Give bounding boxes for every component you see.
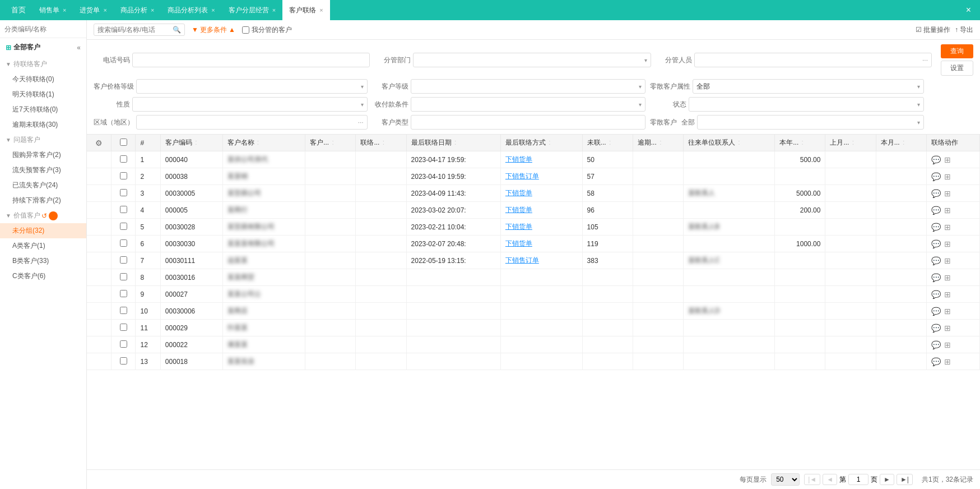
more-conditions-btn[interactable]: ▼ 更多条件 ▲ bbox=[192, 25, 235, 35]
refresh-icon[interactable]: ↺ bbox=[41, 212, 47, 220]
next-page-btn[interactable]: ► bbox=[880, 474, 894, 485]
nav-home[interactable]: 首页 bbox=[4, 5, 32, 15]
nav-tab-customer-segment[interactable]: 客户分层经营 × bbox=[222, 0, 282, 20]
query-btn[interactable]: 查询 bbox=[941, 44, 973, 58]
chat-icon[interactable]: 💬 bbox=[931, 290, 941, 299]
phone-input[interactable] bbox=[132, 53, 370, 67]
retail-customer-dropdown[interactable]: ▾ bbox=[697, 115, 924, 130]
row-checkbox[interactable] bbox=[111, 252, 136, 269]
grid-action-icon[interactable]: ⊞ bbox=[944, 223, 951, 232]
gear-icon[interactable]: ⚙ bbox=[95, 139, 103, 147]
price-level-dropdown[interactable]: ▾ bbox=[136, 79, 368, 94]
nav-tab-goods-analysis[interactable]: 商品分析 × bbox=[114, 0, 161, 20]
row-last-way[interactable] bbox=[500, 269, 582, 286]
nav-tab-purchase[interactable]: 进货单 × bbox=[73, 0, 113, 20]
row-last-way[interactable]: 下销售订单 bbox=[500, 252, 582, 269]
row-checkbox[interactable] bbox=[111, 151, 136, 168]
reset-btn[interactable]: 设置 bbox=[941, 61, 973, 76]
row-checkbox[interactable] bbox=[111, 269, 136, 286]
row-checkbox[interactable] bbox=[111, 320, 136, 336]
customer-type-input[interactable] bbox=[411, 115, 646, 130]
close-tab-customer-contact[interactable]: × bbox=[319, 7, 323, 13]
chat-icon[interactable]: 💬 bbox=[931, 340, 941, 349]
nav-tab-sales[interactable]: 销售单 × bbox=[32, 0, 73, 20]
per-page-select[interactable]: 50 100 200 bbox=[771, 473, 800, 486]
col-checkbox[interactable] bbox=[111, 135, 136, 151]
payment-dropdown[interactable]: ▾ bbox=[411, 97, 646, 112]
last-page-btn[interactable]: ►| bbox=[897, 474, 913, 485]
grid-action-icon[interactable]: ⊞ bbox=[944, 189, 951, 198]
row-last-way[interactable] bbox=[500, 303, 582, 320]
row-last-way[interactable] bbox=[500, 320, 582, 336]
my-customers-checkbox-label[interactable]: 我分管的客户 bbox=[242, 25, 292, 35]
close-tab-goods-analysis[interactable]: × bbox=[151, 7, 154, 13]
sidebar-item-tomorrow[interactable]: 明天待联络(1) bbox=[0, 87, 86, 102]
row-checkbox[interactable] bbox=[111, 219, 136, 236]
search-input[interactable] bbox=[97, 26, 170, 34]
grid-action-icon[interactable]: ⊞ bbox=[944, 357, 951, 366]
row-checkbox[interactable] bbox=[111, 353, 136, 370]
chat-icon[interactable]: 💬 bbox=[931, 223, 941, 232]
dept-dropdown[interactable]: ▾ bbox=[413, 53, 651, 67]
sidebar-item-class-a[interactable]: A类客户(1) bbox=[0, 238, 86, 253]
nature-dropdown[interactable]: ▾ bbox=[132, 97, 368, 112]
sidebar-search-input[interactable] bbox=[4, 25, 87, 33]
my-customers-checkbox[interactable] bbox=[242, 26, 249, 34]
sidebar-item-class-c[interactable]: C类客户(6) bbox=[0, 269, 86, 284]
sidebar-collapse-btn[interactable]: « bbox=[77, 44, 81, 52]
sidebar-item-7days[interactable]: 近7天待联络(0) bbox=[0, 102, 86, 117]
row-last-way[interactable]: 下销货单 bbox=[500, 151, 582, 168]
select-all-checkbox[interactable] bbox=[120, 139, 127, 146]
row-last-way[interactable]: 下销货单 bbox=[500, 185, 582, 202]
grid-action-icon[interactable]: ⊞ bbox=[944, 290, 951, 299]
person-input[interactable]: ··· bbox=[694, 53, 932, 67]
page-input[interactable] bbox=[848, 474, 868, 485]
batch-operation-btn[interactable]: ☑ 批量操作 bbox=[916, 25, 950, 35]
row-checkbox[interactable] bbox=[111, 336, 136, 353]
sidebar-section-problem[interactable]: ▼ 问题客户 bbox=[0, 132, 86, 147]
sidebar-item-churned[interactable]: 已流失客户(24) bbox=[0, 178, 86, 193]
sidebar-section-value[interactable]: ▼ 价值客户 ↺ bbox=[0, 208, 86, 223]
window-close-btn[interactable]: × bbox=[962, 5, 976, 15]
grid-action-icon[interactable]: ⊞ bbox=[944, 256, 951, 265]
chat-icon[interactable]: 💬 bbox=[931, 155, 941, 164]
row-checkbox[interactable] bbox=[111, 185, 136, 202]
close-tab-sales[interactable]: × bbox=[63, 7, 66, 13]
row-last-way[interactable] bbox=[500, 353, 582, 370]
customer-level-dropdown[interactable]: ▾ bbox=[411, 79, 646, 94]
row-checkbox[interactable] bbox=[111, 286, 136, 303]
sidebar-item-today[interactable]: 今天待联络(0) bbox=[0, 72, 86, 87]
nav-tab-customer-contact[interactable]: 客户联络 × bbox=[282, 0, 329, 20]
chat-icon[interactable]: 💬 bbox=[931, 256, 941, 265]
row-last-way[interactable]: 下销货单 bbox=[500, 236, 582, 252]
grid-action-icon[interactable]: ⊞ bbox=[944, 239, 951, 248]
sidebar-item-churn-warning[interactable]: 流失预警客户(3) bbox=[0, 163, 86, 178]
grid-action-icon[interactable]: ⊞ bbox=[944, 155, 951, 164]
chat-icon[interactable]: 💬 bbox=[931, 307, 941, 316]
row-checkbox[interactable] bbox=[111, 236, 136, 252]
sidebar-item-ungroup[interactable]: 未分组(32) bbox=[0, 223, 86, 238]
chat-icon[interactable]: 💬 bbox=[931, 172, 941, 181]
chat-icon[interactable]: 💬 bbox=[931, 273, 941, 282]
chat-icon[interactable]: 💬 bbox=[931, 206, 941, 215]
grid-action-icon[interactable]: ⊞ bbox=[944, 273, 951, 282]
prev-page-btn[interactable]: ◄ bbox=[823, 474, 837, 485]
region-input[interactable]: ··· bbox=[136, 115, 368, 130]
row-last-way[interactable]: 下销货单 bbox=[500, 202, 582, 219]
sidebar-all-customers[interactable]: ⊞ 全部客户 « bbox=[0, 38, 86, 57]
grid-action-icon[interactable]: ⊞ bbox=[944, 206, 951, 215]
chat-icon[interactable]: 💬 bbox=[931, 357, 941, 366]
sidebar-item-declining[interactable]: 持续下滑客户(2) bbox=[0, 193, 86, 208]
row-checkbox[interactable] bbox=[111, 202, 136, 219]
chat-icon[interactable]: 💬 bbox=[931, 189, 941, 198]
grid-action-icon[interactable]: ⊞ bbox=[944, 340, 951, 349]
grid-action-icon[interactable]: ⊞ bbox=[944, 172, 951, 181]
chat-icon[interactable]: 💬 bbox=[931, 239, 941, 248]
nav-tab-goods-list[interactable]: 商品分析列表 × bbox=[161, 0, 221, 20]
close-tab-purchase[interactable]: × bbox=[103, 7, 106, 13]
export-btn[interactable]: ↑ 导出 bbox=[955, 25, 973, 35]
first-page-btn[interactable]: |◄ bbox=[804, 474, 820, 485]
close-tab-goods-list[interactable]: × bbox=[211, 7, 215, 13]
row-last-way[interactable]: 下销售订单 bbox=[500, 168, 582, 185]
sidebar-section-pending[interactable]: ▼ 待联络客户 bbox=[0, 57, 86, 72]
